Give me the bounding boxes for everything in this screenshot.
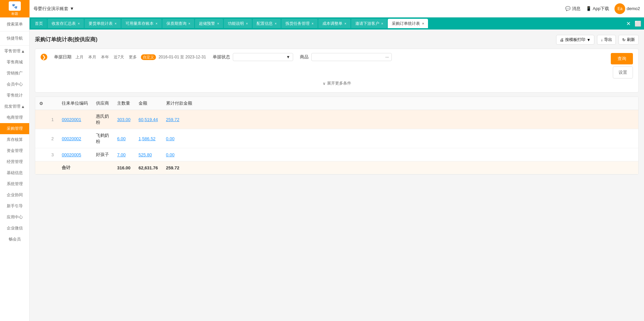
date-this-year[interactable]: 本年 — [100, 54, 110, 61]
td-unit-code: 00020005 — [58, 148, 92, 161]
close-icon[interactable]: × — [115, 22, 117, 25]
page-content: 采购订单统计表(按供应商) 🖨 按模板打印 ▼ ↓ 导出 ↻ 刷新 — [30, 30, 644, 321]
td-footer-label: 合计 — [58, 161, 113, 174]
sidebar-item-wholesale[interactable]: 批发管理 ▲ — [0, 101, 29, 112]
tab-home[interactable]: 首页 — [31, 19, 47, 28]
tab-label: 可用量库存账本 — [125, 21, 154, 26]
paid-link[interactable]: 259.72 — [166, 117, 179, 122]
tab-pick-task[interactable]: 拣货任务管理 × — [281, 19, 318, 28]
close-icon[interactable]: × — [156, 22, 158, 25]
tab-cost-adjust[interactable]: 成本调整单 × — [318, 19, 351, 28]
sidebar-item-retail-mall[interactable]: 零售商城 — [0, 57, 29, 68]
table-footer-row: 合计 316.00 62,631.76 259.72 — [35, 161, 638, 174]
qty-link[interactable]: 7.00 — [117, 152, 125, 157]
date-last-month[interactable]: 上月 — [74, 54, 85, 61]
th-extra — [196, 97, 638, 110]
setting-button[interactable]: 设置 — [613, 66, 633, 78]
expand-more-button[interactable]: ∨ 展开更多条件 — [41, 78, 633, 88]
main-content: 母婴行业演示账套 ▼ 💬 消息 📱 App下载 Ea demo2 首页 — [30, 0, 644, 321]
td-amount: 1,586.52 — [135, 129, 162, 148]
close-icon[interactable]: × — [422, 22, 424, 25]
sidebar-search-section[interactable]: 搜索菜单 — [0, 17, 29, 32]
expand-more-label: 展开更多条件 — [327, 81, 351, 86]
td-footer-num — [47, 161, 58, 174]
account-dropdown[interactable]: 母婴行业演示账套 ▼ — [34, 6, 74, 12]
close-icon[interactable]: × — [344, 22, 346, 25]
td-extra — [196, 148, 638, 161]
print-button[interactable]: 🖨 按模板打印 ▼ — [556, 35, 594, 45]
close-icon[interactable]: × — [217, 22, 219, 25]
table-row[interactable]: 2 00020002 飞鹤奶粉 6.00 1,586.52 0.00 — [35, 129, 638, 148]
sidebar-item-ecommerce[interactable]: 电商管理 — [0, 112, 29, 123]
td-paid: 0.00 — [162, 148, 196, 161]
query-button[interactable]: 查询 — [611, 53, 633, 64]
goods-input[interactable]: ··· — [311, 53, 392, 61]
sidebar-item-system[interactable]: 系统管理 — [0, 178, 29, 190]
sidebar-item-enterprise[interactable]: 企业协同 — [0, 190, 29, 201]
paid-link[interactable]: 0.00 — [166, 152, 174, 157]
tab-function-desc[interactable]: 功能说明 × — [224, 19, 252, 28]
sidebar-item-app-center[interactable]: 应用中心 — [0, 212, 29, 223]
sidebar-item-member2[interactable]: 畅会员 — [0, 234, 29, 245]
close-icon[interactable]: × — [78, 22, 80, 25]
sidebar-item-member[interactable]: 会员中心 — [0, 79, 29, 90]
close-tab-button[interactable]: ✕ — [625, 19, 632, 28]
message-button[interactable]: 💬 消息 — [565, 6, 581, 12]
date-custom-badge[interactable]: 自定义 — [141, 54, 156, 60]
sidebar-item-retail-stats[interactable]: 零售统计 — [0, 90, 29, 101]
unit-code-link[interactable]: 00020001 — [62, 117, 81, 122]
status-select[interactable]: ▼ — [233, 53, 293, 61]
refresh-button[interactable]: ↻ 刷新 — [619, 35, 639, 45]
amount-link[interactable]: 1,586.52 — [139, 136, 156, 141]
sidebar-item-operation[interactable]: 经营管理 — [0, 156, 29, 167]
tab-receive-summary[interactable]: 收发存汇总表 × — [48, 19, 84, 28]
export-button[interactable]: ↓ 导出 — [597, 35, 616, 45]
table-row[interactable]: 3 00020005 好孩子 7.00 525.80 0.00 — [35, 148, 638, 161]
td-gear — [35, 148, 47, 161]
close-icon[interactable]: × — [189, 22, 191, 25]
sidebar-item-wechat[interactable]: 企业微信 — [0, 223, 29, 234]
maximize-tab-button[interactable]: ⬜ — [633, 19, 643, 28]
date-last-7days[interactable]: 近7天 — [112, 54, 125, 61]
sidebar-item-finance[interactable]: 资金管理 — [0, 145, 29, 156]
tab-available-inventory[interactable]: 可用量库存账本 × — [121, 19, 162, 28]
td-qty: 7.00 — [113, 148, 135, 161]
qty-link[interactable]: 6.00 — [117, 136, 125, 141]
paid-link[interactable]: 0.00 — [166, 136, 174, 141]
app-download-button[interactable]: 📱 App下载 — [586, 6, 609, 12]
sidebar-item-newbie[interactable]: 新手引导 — [0, 201, 29, 212]
date-more[interactable]: 更多 — [127, 54, 138, 61]
quick-nav-section[interactable]: 快捷导航 — [0, 32, 29, 46]
tab-overstock[interactable]: 超储预警 × — [195, 19, 223, 28]
qty-link[interactable]: 303.00 — [117, 117, 130, 122]
quick-nav-button[interactable]: 快捷导航 — [0, 33, 29, 44]
sidebar-item-inventory[interactable]: 库存核算 — [0, 134, 29, 145]
unit-code-link[interactable]: 00020005 — [62, 152, 81, 157]
table-row[interactable]: 1 00020001 惠氏奶粉 303.00 60,519.44 259.72 — [35, 110, 638, 129]
sidebar-item-marketing[interactable]: 营销推广 — [0, 68, 29, 79]
amount-link[interactable]: 525.80 — [139, 152, 152, 157]
sidebar-item-retail-mgmt[interactable]: 零售管理 ▲ — [0, 46, 29, 57]
td-amount: 525.80 — [135, 148, 162, 161]
date-this-month[interactable]: 本月 — [87, 54, 98, 61]
sidebar-item-basic-info[interactable]: 基础信息 — [0, 167, 29, 178]
tab-order-stats[interactable]: 要货单统计表 × — [85, 19, 121, 28]
amount-link[interactable]: 60,519.44 — [139, 117, 158, 122]
close-icon[interactable]: × — [246, 22, 248, 25]
close-icon[interactable]: × — [275, 22, 277, 25]
tab-purchase-order-stats[interactable]: 采购订单统计表 × — [388, 19, 428, 28]
tab-expiry[interactable]: 保质期查询 × — [162, 19, 195, 28]
tab-invite-downstream[interactable]: 邀请下游客户 × — [351, 19, 387, 28]
search-menu-button[interactable]: 搜索菜单 — [0, 20, 29, 29]
sidebar-item-purchase[interactable]: 采购管理 — [0, 123, 29, 134]
th-gear[interactable]: ⚙ — [35, 97, 47, 110]
close-icon[interactable]: × — [312, 22, 314, 25]
expand-more-icon: ∨ — [323, 81, 326, 86]
user-profile[interactable]: Ea demo2 — [614, 3, 640, 14]
sidebar: 🐾 标题 搜索菜单 快捷导航 零售管理 ▲ 零售商城 营销推广 会员中心 零售统… — [0, 0, 30, 321]
tab-config[interactable]: 配置信息 × — [253, 19, 281, 28]
filter-toggle-button[interactable]: ❯ — [41, 54, 47, 60]
close-icon[interactable]: × — [381, 22, 383, 25]
filter-actions: 查询 设置 — [611, 53, 633, 78]
unit-code-link[interactable]: 00020002 — [62, 136, 81, 141]
